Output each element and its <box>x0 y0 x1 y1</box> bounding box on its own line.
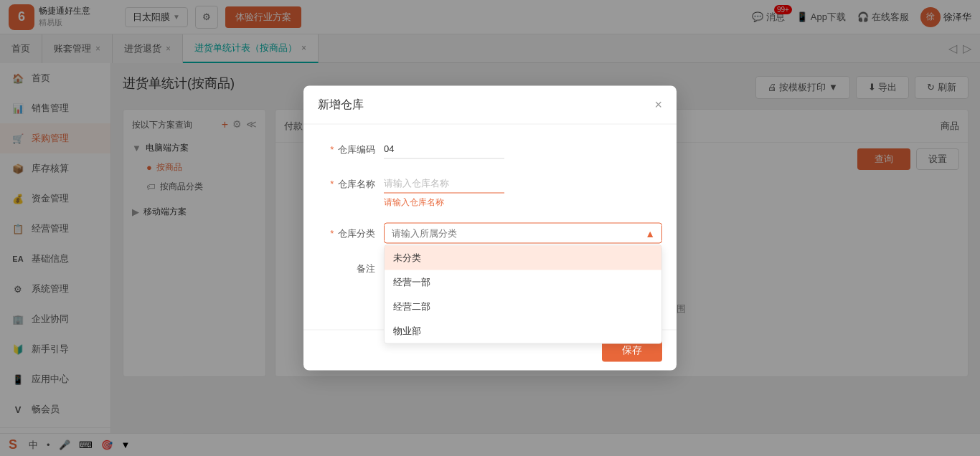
dialog-title: 新增仓库 <box>318 98 364 113</box>
category-dropdown: 未分类 经营一部 经营二部 物业部 <box>384 245 662 344</box>
dialog-header: 新增仓库 × <box>303 86 677 125</box>
name-error-msg: 请输入仓库名称 <box>384 196 662 209</box>
form-row-code: * 仓库编码 <box>318 139 662 159</box>
dropdown-item-0[interactable]: 未分类 <box>385 246 661 270</box>
form-row-name: * 仓库名称 请输入仓库名称 <box>318 174 662 209</box>
code-input[interactable] <box>384 139 504 159</box>
category-select-wrapper: ▲ 未分类 经营一部 经营二部 物业部 <box>384 223 662 244</box>
form-row-category: * 仓库分类 ▲ 未分类 经营一部 经营二部 物业部 <box>318 223 662 244</box>
add-warehouse-dialog: 新增仓库 × * 仓库编码 * 仓库名称 请输入仓库名称 <box>303 86 677 371</box>
category-input[interactable] <box>384 223 662 244</box>
name-input[interactable] <box>384 174 504 194</box>
code-label: * 仓库编码 <box>318 139 375 156</box>
dialog-body: * 仓库编码 * 仓库名称 请输入仓库名称 * 仓库分类 <box>303 125 677 330</box>
note-label: 备注 <box>318 258 375 275</box>
dialog-close-button[interactable]: × <box>654 98 662 113</box>
dropdown-item-3[interactable]: 物业部 <box>385 319 661 343</box>
category-label: * 仓库分类 <box>318 223 375 240</box>
dropdown-item-2[interactable]: 经营二部 <box>385 295 661 319</box>
name-label: * 仓库名称 <box>318 174 375 191</box>
dropdown-item-1[interactable]: 经营一部 <box>385 270 661 295</box>
